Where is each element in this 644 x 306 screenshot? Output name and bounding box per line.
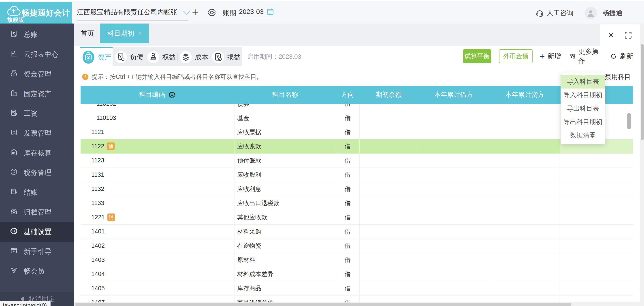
plus-icon: + — [540, 52, 545, 61]
cell-code: 1121 — [80, 125, 234, 139]
sidebar-item-11[interactable]: 新手引导 — [0, 242, 74, 261]
settings-gear-icon[interactable] — [207, 8, 217, 18]
liability-icon — [114, 51, 127, 64]
cell-code: 1221辅 — [80, 210, 234, 224]
pnl-icon — [212, 51, 225, 64]
cell-empty — [418, 196, 489, 210]
cell-empty — [489, 111, 560, 125]
sidebar-item-10[interactable]: 基础设置 — [0, 222, 74, 242]
asset-icon — [82, 50, 95, 64]
brand-logo: 畅捷通好会计 旗舰版 — [0, 2, 72, 25]
sidebar-item-label: 固定资产 — [24, 89, 52, 99]
cell-empty — [489, 196, 560, 210]
column-header-4: 本年累计借方 — [418, 86, 489, 104]
add-button[interactable]: + 新增 — [538, 49, 562, 63]
cell-empty — [360, 267, 418, 281]
cell-empty — [560, 182, 633, 196]
menu-item-2[interactable]: 导出科目表 — [561, 102, 605, 115]
tab-label: 科目期初 — [107, 29, 134, 38]
sidebar-item-3[interactable]: 固定资产 — [0, 84, 74, 104]
cell-code: 1131 — [80, 168, 234, 182]
table-row-1402[interactable]: 1402在途物资借 — [80, 239, 633, 253]
sidebar-item-label: 归档管理 — [24, 207, 52, 217]
table-row-1133[interactable]: 1133应收出口退税款借 — [80, 196, 633, 210]
grid-more-icon — [570, 53, 576, 60]
table-row-110102[interactable]: 110102债券借 — [80, 104, 633, 111]
category-tab-0[interactable]: 资产 — [80, 47, 112, 66]
cell-empty — [360, 196, 418, 210]
table-row-1404[interactable]: 1404材料成本差异借 — [80, 267, 633, 281]
foreign-currency-button[interactable]: 外币金额 — [499, 49, 532, 63]
cell-empty — [418, 111, 489, 125]
sidebar-item-label: 结账 — [24, 188, 38, 197]
close-icon[interactable]: × — [608, 30, 614, 40]
column-header-2: 方向 — [336, 86, 360, 104]
table-scrollbar-thumb[interactable] — [627, 113, 631, 129]
cell-empty — [489, 281, 560, 295]
sidebar-item-8[interactable]: 结账 — [0, 183, 74, 202]
menu-item-3[interactable]: 导出科目期初 — [561, 115, 605, 129]
username[interactable]: 畅捷通 — [602, 9, 622, 18]
horizontal-scrollbar[interactable] — [74, 302, 640, 306]
menu-item-0[interactable]: 导入科目表 — [561, 75, 605, 89]
cell-empty — [360, 239, 418, 253]
tab-home[interactable]: 首页 — [78, 24, 96, 43]
table-row-1121[interactable]: 1121应收票据借 — [80, 125, 633, 139]
table-row-1131[interactable]: 1131应收股利借 — [80, 168, 633, 182]
cell-direction: 借 — [336, 225, 360, 239]
table-row-1405[interactable]: 1405库存商品借 — [80, 281, 633, 295]
avatar[interactable] — [584, 7, 597, 19]
table-row-1401[interactable]: 1401材料采购借 — [80, 225, 633, 239]
more-actions-button[interactable]: 更多操作 — [570, 49, 601, 63]
cell-empty — [360, 225, 418, 239]
trial-balance-button[interactable]: 试算平衡 — [463, 49, 491, 63]
sidebar-item-7[interactable]: 税务管理 — [0, 163, 74, 183]
fullscreen-icon[interactable] — [624, 31, 632, 40]
cell-empty — [560, 267, 633, 281]
add-account-set-button[interactable]: + — [192, 6, 198, 18]
table-row-1122[interactable]: 1122辅应收账款借 — [80, 139, 633, 153]
refresh-button[interactable]: 刷新 — [609, 49, 634, 63]
table-row-1132[interactable]: 1132应收利息借 — [80, 182, 633, 196]
vertical-scrollbar-thumb[interactable] — [641, 44, 644, 140]
tab-subject-initial[interactable]: 科目期初 × — [100, 24, 149, 43]
sidebar-item-6[interactable]: 库存核算 — [0, 143, 74, 163]
menu-item-4[interactable]: 数据清零 — [561, 129, 605, 142]
table-row-1123[interactable]: 1123预付账款借 — [80, 154, 633, 168]
cell-empty — [560, 196, 633, 210]
sidebar-item-2[interactable]: 资金管理 — [0, 64, 74, 84]
table-row-1403[interactable]: 1403原材料借 — [80, 253, 633, 267]
cell-name: 应收出口退税款 — [234, 196, 336, 210]
cell-empty — [489, 154, 560, 168]
sidebar-item-4[interactable]: 工资 — [0, 104, 74, 123]
sidebar-item-5[interactable]: 发票管理 — [0, 123, 74, 143]
account-set-selector[interactable]: 江西服宝精品有限责任公司内账张 — [77, 8, 188, 21]
period-picker[interactable]: 2023-03 — [239, 8, 274, 19]
status-link-tooltip: javascript:void(0) — [0, 301, 50, 306]
guide-icon — [10, 247, 18, 256]
category-tab-label: 资产 — [98, 53, 112, 62]
refresh-label: 刷新 — [620, 52, 633, 61]
tax-icon — [10, 168, 18, 178]
table-row-110103[interactable]: 110103基金借 — [80, 111, 633, 125]
sidebar-item-12[interactable]: 畅会员 — [0, 261, 74, 281]
vertical-scrollbar[interactable] — [640, 24, 644, 306]
human-consult-button[interactable]: 人工咨询 — [536, 9, 574, 18]
sidebar-item-9[interactable]: 归档管理 — [0, 202, 74, 222]
horizontal-scrollbar-thumb[interactable] — [75, 303, 572, 306]
cell-empty — [560, 239, 633, 253]
cell-name: 应收利息 — [234, 182, 336, 196]
sidebar-item-1[interactable]: 云报表中心 — [0, 45, 74, 64]
cell-empty — [360, 210, 418, 224]
category-tab-4[interactable]: 损益 — [210, 47, 242, 66]
sidebar-item-0[interactable]: 总账 — [0, 25, 74, 45]
category-tab-2[interactable]: 权益 — [145, 47, 178, 66]
category-tab-3[interactable]: 成本 — [178, 47, 210, 66]
menu-item-1[interactable]: 导入科目期初 — [561, 89, 605, 102]
disabled-subjects-link[interactable]: 禁用科目 — [605, 70, 631, 84]
tab-close-icon[interactable]: × — [138, 30, 142, 37]
category-tab-1[interactable]: 负债 — [112, 47, 145, 66]
column-settings-gear-icon[interactable] — [168, 91, 176, 99]
table-row-1221[interactable]: 1221辅其他应收款借 — [80, 210, 633, 224]
cell-direction: 借 — [336, 125, 360, 139]
